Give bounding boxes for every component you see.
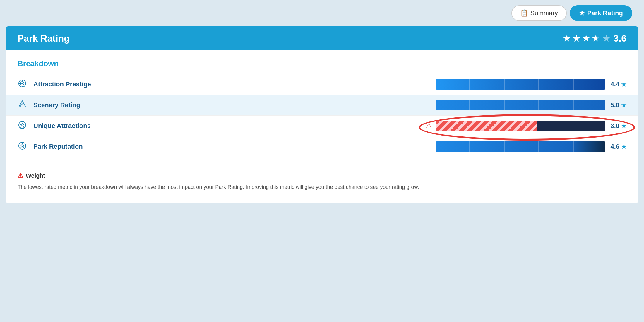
star-1: ★ — [563, 33, 571, 44]
weight-label: Weight — [26, 172, 45, 179]
scenery-rating-icon — [18, 100, 29, 111]
breakdown-title: Breakdown — [18, 59, 626, 68]
score-star-icon: ★ — [621, 143, 626, 150]
attraction-prestige-bar — [436, 79, 605, 90]
clipboard-icon: 📋 — [520, 9, 528, 17]
svg-line-9 — [22, 104, 23, 105]
unique-attractions-label: Unique Attractions — [33, 122, 115, 130]
top-bar: 📋 Summary ★ Park Rating — [0, 0, 644, 26]
star-icon: ★ — [579, 9, 585, 17]
park-reputation-bar — [436, 141, 605, 152]
scenery-rating-label: Scenery Rating — [33, 101, 115, 109]
page-title: Park Rating — [18, 33, 70, 44]
score-star-icon: ★ — [621, 81, 626, 88]
weight-title: ⚠ Weight — [18, 172, 626, 179]
content-body: Breakdown Attraction Prestige — [6, 50, 638, 203]
unique-attractions-icon — [18, 120, 29, 131]
attraction-prestige-bar-area: 4.4 ★ — [115, 79, 626, 90]
scenery-rating-score: 5.0 ★ — [609, 101, 626, 109]
attraction-prestige-score: 4.4 ★ — [609, 80, 626, 88]
attraction-prestige-icon — [18, 79, 29, 90]
metric-row: Attraction Prestige 4.4 ★ — [18, 74, 626, 95]
stars-display: ★ ★ ★ ★ ★ ★ — [563, 33, 611, 44]
weight-description: The lowest rated metric in your breakdow… — [18, 183, 427, 191]
park-reputation-bar-area: 4.6 ★ — [115, 141, 626, 152]
park-rating-button[interactable]: ★ Park Rating — [570, 5, 632, 21]
scenery-rating-bar-area: 5.0 ★ — [115, 100, 626, 110]
main-content: Park Rating ★ ★ ★ ★ ★ ★ 3.6 Breakdown — [6, 26, 638, 203]
park-reputation-score: 4.6 ★ — [609, 143, 626, 150]
scenery-rating-bar — [436, 100, 605, 110]
unique-attractions-bar-area: ⚠ 3.0 ★ — [115, 121, 626, 131]
weight-warning-icon: ⚠ — [18, 172, 23, 179]
star-4-half: ★ ★ — [592, 33, 601, 44]
unique-attractions-bar — [436, 121, 605, 131]
weight-section: ⚠ Weight The lowest rated metric in your… — [18, 166, 626, 191]
metric-row-unique: Unique Attractions ⚠ 3.0 ★ — [18, 116, 626, 136]
park-rating-label: Park Rating — [587, 9, 623, 17]
score-star-icon: ★ — [621, 122, 626, 129]
header-rating: ★ ★ ★ ★ ★ ★ 3.6 — [563, 33, 626, 44]
star-3: ★ — [582, 33, 590, 44]
metric-row-reputation: Park Reputation 4.6 ★ — [18, 136, 626, 157]
score-star-icon: ★ — [621, 102, 626, 109]
unique-attractions-score: 3.0 ★ — [609, 122, 626, 130]
park-reputation-label: Park Reputation — [33, 143, 115, 150]
summary-button[interactable]: 📋 Summary — [511, 5, 567, 21]
header-bar: Park Rating ★ ★ ★ ★ ★ ★ 3.6 — [6, 26, 638, 50]
svg-point-12 — [19, 121, 26, 129]
svg-line-8 — [21, 104, 22, 105]
rating-number: 3.6 — [614, 33, 626, 44]
star-2: ★ — [572, 33, 581, 44]
park-reputation-icon — [18, 141, 29, 152]
summary-label: Summary — [530, 9, 558, 17]
attraction-prestige-label: Attraction Prestige — [33, 80, 115, 88]
metric-row-highlighted: Scenery Rating 5.0 ★ — [6, 95, 638, 116]
star-5-empty: ★ — [602, 33, 611, 44]
svg-point-2 — [22, 83, 23, 84]
warning-icon: ⚠ — [426, 122, 432, 130]
